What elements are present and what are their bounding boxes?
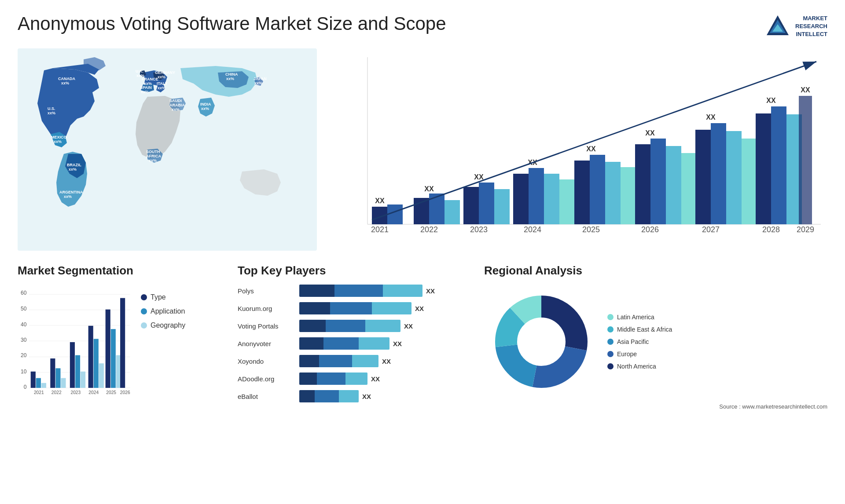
market-seg-title: Market Segmentation <box>18 264 229 278</box>
map-label-spain: SPAIN <box>140 85 152 90</box>
svg-rect-82 <box>99 363 104 388</box>
map-label-india: INDIA <box>200 102 211 106</box>
map-label-argentina-val: xx% <box>64 194 72 199</box>
player-bar <box>299 320 400 332</box>
regional-legend: Latin America Middle East & Africa Asia … <box>607 314 672 370</box>
svg-rect-27 <box>590 155 605 224</box>
map-label-japan: JAPAN <box>254 77 267 81</box>
bar-seg1 <box>299 373 317 385</box>
bar-chart-svg: 2021 XX 2022 XX 2023 XX 2024 XX <box>339 48 827 251</box>
legend-dot-geography <box>141 322 147 329</box>
bar-seg2 <box>319 355 352 367</box>
map-label-germany-val: xx% <box>158 75 165 79</box>
player-bar-wrap: XX <box>299 390 475 402</box>
logo-text: MARKET RESEARCH INTELLECT <box>795 15 827 39</box>
map-label-mexico-val: xx% <box>54 139 62 144</box>
bar-seg2 <box>330 302 372 314</box>
player-bar-wrap: XX <box>299 373 475 385</box>
svg-rect-44 <box>756 113 771 224</box>
svg-text:2021: 2021 <box>34 390 44 395</box>
map-label-france: FRANCE <box>142 77 158 81</box>
map-label-india-val: xx% <box>201 106 209 111</box>
svg-rect-22 <box>544 174 559 224</box>
map-label-southafrica-val: xx% <box>149 158 157 163</box>
map-label-italy-val: xx% <box>158 86 165 90</box>
svg-rect-49 <box>799 96 812 224</box>
svg-rect-39 <box>711 123 726 224</box>
svg-rect-26 <box>574 161 590 224</box>
reg-legend-latin-america: Latin America <box>607 314 672 321</box>
key-players-title: Top Key Players <box>238 264 475 278</box>
svg-text:2023: 2023 <box>470 225 488 234</box>
svg-text:XX: XX <box>645 129 655 137</box>
svg-rect-84 <box>106 310 110 388</box>
svg-rect-23 <box>559 179 575 224</box>
reg-legend-mea: Middle East & Africa <box>607 326 672 333</box>
svg-text:0: 0 <box>24 384 27 390</box>
legend-dot-application <box>141 308 147 314</box>
page-title: Anonymous Voting Software Market Size an… <box>18 13 446 34</box>
bar-chart-container: 2021 XX 2022 XX 2023 XX 2024 XX <box>326 48 827 251</box>
svg-text:XX: XX <box>424 185 434 193</box>
reg-legend-asia-pacific: Asia Pacific <box>607 338 672 345</box>
map-label-us-val: xx% <box>48 111 55 115</box>
bar-seg3 <box>339 390 359 402</box>
svg-text:30: 30 <box>21 337 27 343</box>
svg-rect-28 <box>605 162 621 224</box>
header: Anonymous Voting Software Market Size an… <box>18 13 827 40</box>
reg-dot-latin-america <box>607 314 614 320</box>
map-label-southafrica2: AFRICA <box>146 154 161 158</box>
player-bar <box>299 355 378 367</box>
svg-rect-74 <box>61 378 66 388</box>
source-text: Source : www.marketresearchintellect.com <box>484 403 827 410</box>
svg-rect-21 <box>529 168 544 224</box>
top-section: CANADA xx% U.S. xx% MEXICO xx% BRAZIL xx… <box>18 48 827 251</box>
seg-chart-svg: 0 10 20 30 40 50 60 2021 <box>18 285 132 399</box>
key-players-section: Top Key Players Polys XX Kuorum.org <box>238 264 475 410</box>
world-map-svg: CANADA xx% U.S. xx% MEXICO xx% BRAZIL xx… <box>18 48 317 251</box>
map-label-china-val: xx% <box>226 77 234 81</box>
player-name: Anonyvoter <box>238 340 295 347</box>
svg-text:2026: 2026 <box>120 390 130 395</box>
player-bar-wrap: XX <box>299 355 475 367</box>
player-name: Kuorum.org <box>238 305 295 312</box>
svg-rect-35 <box>681 153 697 224</box>
svg-text:2025: 2025 <box>582 225 600 234</box>
player-row-xoyondo: Xoyondo XX <box>238 355 475 367</box>
bar-seg1 <box>299 355 319 367</box>
reg-legend-north-america: North America <box>607 363 672 370</box>
map-label-germany: GERMANY <box>155 70 175 75</box>
bar-seg1 <box>299 285 334 297</box>
player-name: eBallot <box>238 393 295 400</box>
bar-seg1 <box>299 302 330 314</box>
map-label-japan-val: xx% <box>254 81 262 85</box>
svg-rect-33 <box>650 139 666 224</box>
svg-rect-88 <box>120 298 125 388</box>
player-bar <box>299 337 389 350</box>
logo-icon <box>764 13 791 40</box>
svg-rect-81 <box>94 339 99 388</box>
donut-chart-svg <box>484 285 599 399</box>
bar-seg2 <box>317 373 345 385</box>
map-label-uk: U.K. <box>136 69 143 73</box>
svg-text:2025: 2025 <box>106 390 116 395</box>
svg-text:2024: 2024 <box>88 390 99 395</box>
map-label-saudi: SAUDI <box>169 99 182 103</box>
bar-seg2 <box>323 337 359 350</box>
svg-text:60: 60 <box>21 290 27 296</box>
seg-legend: Type Application Geography <box>141 293 185 329</box>
svg-text:XX: XX <box>474 173 484 181</box>
svg-rect-45 <box>771 106 786 224</box>
player-row-anonyvoter: Anonyvoter XX <box>238 337 475 350</box>
svg-rect-7 <box>387 205 403 224</box>
svg-rect-70 <box>41 383 46 388</box>
svg-rect-12 <box>445 200 460 224</box>
svg-rect-16 <box>479 183 494 224</box>
svg-rect-38 <box>695 130 711 224</box>
player-row-voting-portals: Voting Portals XX <box>238 320 475 332</box>
svg-rect-85 <box>111 329 116 388</box>
bar-seg3 <box>352 355 378 367</box>
svg-rect-68 <box>31 372 36 388</box>
reg-dot-north-america <box>607 363 614 369</box>
legend-item-type: Type <box>141 293 185 301</box>
